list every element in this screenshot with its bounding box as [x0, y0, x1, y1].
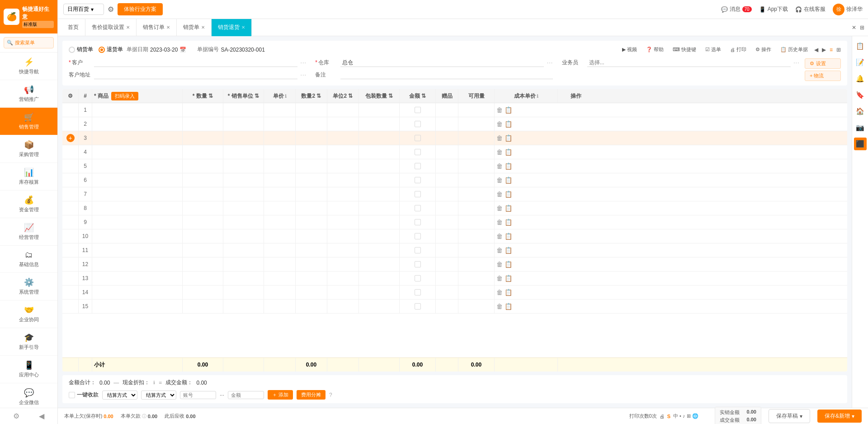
- online-service-item[interactable]: 🎧 在线客服: [795, 5, 826, 13]
- toolbar-ops-btn[interactable]: ⚙ 操作: [753, 45, 774, 54]
- one-click-label[interactable]: 一键收款: [69, 391, 99, 399]
- remark-input[interactable]: [340, 71, 552, 79]
- gift-checkbox[interactable]: [415, 261, 421, 267]
- sidebar-item-enterprise[interactable]: 🤝 企业协同: [0, 300, 57, 328]
- search-menu-button[interactable]: 🔍 搜索菜单: [4, 37, 54, 48]
- address-picker[interactable]: ···: [300, 71, 306, 79]
- delete-icon[interactable]: 🗑: [496, 275, 503, 282]
- toolbar-history-btn[interactable]: 📋 历史单据: [778, 45, 811, 54]
- sidebar-settings-icon[interactable]: ⚙: [13, 412, 19, 420]
- copy-icon[interactable]: 📋: [505, 134, 512, 142]
- sidebar-item-sales[interactable]: 🛒 销售管理: [0, 108, 57, 135]
- one-click-checkbox[interactable]: [69, 392, 75, 398]
- staff-picker[interactable]: ···: [793, 59, 799, 67]
- right-panel-clipboard[interactable]: 📋: [854, 40, 867, 52]
- sidebar-item-finance[interactable]: 💰 资金管理: [0, 191, 57, 218]
- warehouse-picker[interactable]: ···: [547, 59, 552, 67]
- copy-icon[interactable]: 📋: [505, 176, 512, 184]
- right-panel-home[interactable]: 🏠: [854, 105, 867, 118]
- sidebar-item-shortcut[interactable]: ⚡ 快捷导航: [0, 52, 57, 80]
- list-view-icon[interactable]: ≡: [830, 47, 833, 53]
- gift-checkbox[interactable]: [415, 191, 421, 197]
- gift-checkbox[interactable]: [415, 149, 421, 155]
- right-panel-active[interactable]: ⬛: [854, 138, 867, 150]
- delete-icon[interactable]: 🗑: [496, 162, 503, 170]
- delete-icon[interactable]: 🗑: [496, 303, 503, 310]
- logistics-button[interactable]: + 物流: [805, 71, 841, 81]
- copy-icon[interactable]: 📋: [505, 261, 512, 268]
- add-row-btn-cell[interactable]: +: [62, 131, 79, 145]
- toolbar-print-btn[interactable]: 🖨 打印: [727, 45, 749, 54]
- delete-icon[interactable]: 🗑: [496, 261, 503, 268]
- save-draft-button[interactable]: 保存草稿 ▾: [769, 409, 810, 423]
- industry-select[interactable]: 日用百货 ▾: [63, 4, 104, 15]
- sidebar-item-purchase[interactable]: 📦 采购管理: [0, 135, 57, 163]
- sidebar-item-operations[interactable]: 📈 经营管理: [0, 218, 57, 246]
- copy-icon[interactable]: 📋: [505, 191, 512, 198]
- gift-checkbox[interactable]: [415, 177, 421, 183]
- calc-select[interactable]: 结算方式: [141, 391, 176, 400]
- sidebar-item-wechat[interactable]: 💬 企业微信: [0, 383, 57, 408]
- delete-icon[interactable]: 🗑: [496, 233, 503, 240]
- app-download-item[interactable]: 📱 App下载: [759, 5, 788, 13]
- grid-view-icon[interactable]: ⊞: [836, 47, 841, 53]
- customer-input[interactable]: [94, 58, 297, 67]
- right-panel-bookmark[interactable]: 🔖: [854, 89, 867, 101]
- right-panel-photo[interactable]: 📷: [854, 121, 867, 134]
- copy-icon[interactable]: 📋: [505, 148, 512, 156]
- tab-sales[interactable]: 销货单 ✕: [177, 19, 212, 36]
- message-item[interactable]: 💬 消息 70: [721, 5, 752, 13]
- tab-close-sales[interactable]: ✕: [201, 25, 205, 30]
- settings-button[interactable]: ⚙ 设置: [805, 58, 841, 69]
- tab-close-return[interactable]: ✕: [241, 25, 245, 30]
- tab-close-price-extract[interactable]: ✕: [126, 25, 130, 30]
- sidebar-item-system[interactable]: ⚙️ 系统管理: [0, 273, 57, 300]
- staff-input[interactable]: [587, 58, 791, 67]
- sidebar-item-appcenter[interactable]: 📱 应用中心: [0, 356, 57, 383]
- copy-icon[interactable]: 📋: [505, 219, 512, 226]
- tab-sales-order[interactable]: 销售订单 ✕: [137, 19, 177, 36]
- goods-cell[interactable]: [92, 131, 183, 145]
- warehouse-input[interactable]: [340, 58, 544, 67]
- copy-icon[interactable]: 📋: [505, 205, 512, 212]
- gift-checkbox[interactable]: [415, 163, 421, 169]
- copy-icon[interactable]: 📋: [505, 247, 512, 254]
- topbar-gear-icon[interactable]: ⚙: [108, 5, 114, 14]
- account-dots[interactable]: ···: [220, 392, 224, 398]
- delete-icon[interactable]: 🗑: [496, 191, 503, 198]
- delete-icon[interactable]: 🗑: [496, 106, 503, 114]
- sidebar-item-basics[interactable]: 🗂 基础信息: [0, 246, 57, 273]
- tab-return[interactable]: 销货退货 ✕: [212, 19, 252, 36]
- toolbar-select-btn[interactable]: ☑ 选单: [703, 45, 724, 54]
- right-panel-bell[interactable]: 🔔: [854, 72, 867, 85]
- tabs-expand-icon[interactable]: ⊞: [860, 24, 864, 31]
- next-icon[interactable]: ▶: [822, 47, 826, 53]
- copy-icon[interactable]: 📋: [505, 106, 512, 114]
- toolbar-shortcut-btn[interactable]: ⌨ 快捷键: [670, 45, 699, 54]
- delete-icon[interactable]: 🗑: [496, 219, 503, 226]
- gift-checkbox[interactable]: [415, 107, 421, 113]
- tabs-close-all-icon[interactable]: ✕: [852, 24, 856, 31]
- tab-home[interactable]: 首页: [61, 19, 85, 36]
- sidebar-item-newguide[interactable]: 🎓 新手引导: [0, 328, 57, 356]
- copy-icon[interactable]: 📋: [505, 303, 512, 310]
- gift-checkbox[interactable]: [415, 247, 421, 253]
- toolbar-help-btn[interactable]: ❓ 帮助: [643, 45, 666, 54]
- gift-checkbox[interactable]: [415, 303, 421, 310]
- tab-price-extract[interactable]: 售价提取设置 ✕: [85, 19, 137, 36]
- experience-button[interactable]: 体验行业方案: [118, 3, 163, 15]
- prev-icon[interactable]: ◀: [814, 47, 818, 53]
- toolbar-video-btn[interactable]: ▶ 视频: [619, 45, 640, 54]
- delete-icon[interactable]: 🗑: [496, 134, 503, 142]
- goods-input[interactable]: [94, 135, 180, 141]
- save-new-button[interactable]: 保存&新增 ▾: [817, 410, 862, 423]
- delete-icon[interactable]: 🗑: [496, 205, 503, 212]
- scan-button[interactable]: 扫码录入: [111, 92, 138, 100]
- gift-checkbox[interactable]: [415, 121, 421, 127]
- delete-icon[interactable]: 🗑: [496, 176, 503, 184]
- delete-icon[interactable]: 🗑: [496, 247, 503, 254]
- delete-icon[interactable]: 🗑: [496, 148, 503, 156]
- fee-help-icon[interactable]: ?: [329, 392, 332, 398]
- amount-input[interactable]: [228, 391, 264, 399]
- settle-select[interactable]: 结算方式: [102, 391, 137, 400]
